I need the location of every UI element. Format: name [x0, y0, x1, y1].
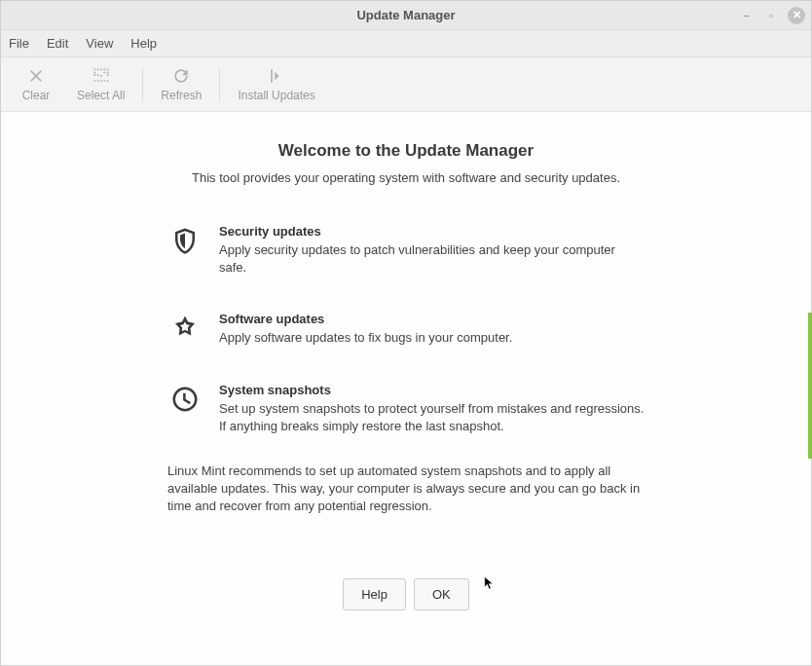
window: Update Manager ‒ ▫ ✕ File Edit View Help…: [0, 0, 812, 666]
toolbar-separator: [142, 67, 143, 102]
menu-edit[interactable]: Edit: [47, 36, 68, 51]
feature-snapshots: System snapshots Set up system snapshots…: [168, 383, 646, 435]
maximize-button[interactable]: ▫: [762, 7, 780, 24]
menu-view[interactable]: View: [86, 36, 113, 51]
welcome-subheading: This tool provides your operating system…: [192, 170, 620, 185]
titlebar: Update Manager ‒ ▫ ✕: [1, 1, 811, 30]
clear-icon: [26, 66, 46, 89]
ok-button[interactable]: OK: [414, 578, 469, 610]
feature-title: Security updates: [219, 224, 646, 239]
button-row: Help OK: [343, 578, 469, 646]
feature-desc: Set up system snapshots to protect yours…: [219, 400, 646, 435]
feature-desc: Apply security updates to patch vulnerab…: [219, 241, 646, 277]
welcome-heading: Welcome to the Update Manager: [278, 141, 534, 161]
decoration-strip: [808, 313, 812, 459]
install-icon: [267, 66, 286, 89]
window-controls: ‒ ▫ ✕: [737, 1, 805, 29]
install-label: Install Updates: [238, 89, 314, 102]
clock-icon: [168, 383, 202, 435]
close-button[interactable]: ✕: [788, 7, 805, 24]
toolbar: Clear Select All Refresh Install Updates: [1, 57, 811, 112]
refresh-icon: [171, 66, 191, 89]
feature-list: Security updates Apply security updates …: [168, 224, 646, 470]
star-icon: [168, 312, 202, 347]
help-button[interactable]: Help: [343, 578, 406, 610]
menu-file[interactable]: File: [9, 36, 29, 51]
select-all-icon: [92, 66, 111, 89]
select-all-label: Select All: [77, 89, 125, 102]
recommendation-text: Linux Mint recommends to set up automate…: [167, 462, 645, 516]
shield-icon: [168, 224, 202, 277]
menu-help[interactable]: Help: [130, 36, 157, 51]
window-title: Update Manager: [356, 8, 455, 22]
refresh-label: Refresh: [161, 89, 202, 102]
install-updates-button[interactable]: Install Updates: [228, 62, 324, 106]
feature-software: Software updates Apply software updates …: [168, 312, 646, 347]
feature-desc: Apply software updates to fix bugs in yo…: [219, 329, 646, 347]
menubar: File Edit View Help: [1, 30, 811, 57]
minimize-button[interactable]: ‒: [737, 7, 755, 24]
welcome-panel: Welcome to the Update Manager This tool …: [1, 112, 811, 665]
feature-security: Security updates Apply security updates …: [168, 224, 646, 277]
select-all-button[interactable]: Select All: [67, 62, 134, 106]
refresh-button[interactable]: Refresh: [151, 62, 211, 106]
feature-title: System snapshots: [219, 383, 646, 397]
clear-label: Clear: [22, 89, 51, 102]
feature-title: Software updates: [219, 312, 646, 326]
clear-button[interactable]: Clear: [9, 62, 63, 106]
toolbar-separator: [219, 67, 220, 102]
